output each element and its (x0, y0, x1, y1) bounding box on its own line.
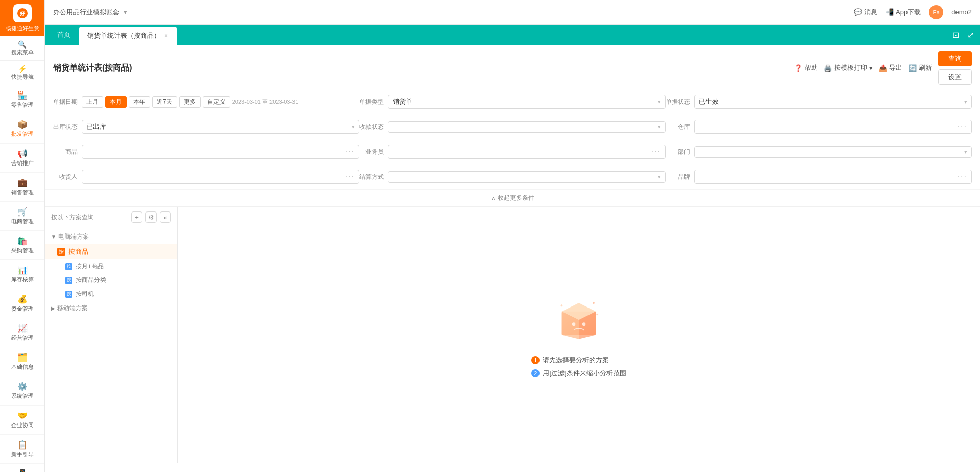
refresh-button[interactable]: 🔄 刷新 (909, 63, 932, 73)
warehouse-dots-icon: ··· (958, 122, 967, 131)
scheme-by-goods[interactable]: 按 按商品 (45, 244, 177, 259)
status-arrow-icon: ▾ (964, 99, 967, 105)
filter-area: 单据日期 上月 本月 本年 近7天 更多 自定义 2023-03-01 至 20… (45, 89, 980, 207)
payment-label: 结算方式 (359, 173, 384, 181)
sidebar-item-marketing[interactable]: 📢 营销推广 (0, 144, 44, 173)
receipt-select[interactable]: ▾ (388, 121, 666, 133)
date-btn-7days[interactable]: 近7天 (152, 96, 177, 108)
panel-header: 按以下方案查询 + ⚙ « (45, 207, 177, 227)
staff-label: 业务员 (359, 148, 384, 156)
goods-label: 商品 (53, 148, 78, 156)
filter-date-field: 单据日期 上月 本月 本年 近7天 更多 自定义 2023-03-01 至 20… (53, 96, 359, 108)
sub-icon-category: 按 (65, 277, 72, 284)
sidebar-item-appstore[interactable]: 📱 应用中心 (0, 464, 44, 472)
scheme-tree: ▼ 电脑端方案 按 按商品 按 按月+商品 按 (45, 227, 177, 318)
receiver-input[interactable]: ··· (82, 170, 359, 184)
desktop-arrow-icon: ▼ (51, 234, 56, 240)
brand-label: 品牌 (666, 173, 690, 181)
print-button[interactable]: 🖨️ 按模板打印 ▾ (824, 63, 873, 73)
empty-illustration: ✦ ✦ ✦ (553, 290, 604, 341)
mobile-group[interactable]: ▶ 移动端方案 (45, 301, 177, 316)
header: 办公用品行业模拟账套 ▾ 💬 消息 📲 App下载 Ea demo2 (45, 0, 980, 25)
date-btn-this-month[interactable]: 本月 (105, 96, 127, 108)
warehouse-input[interactable]: ··· (694, 120, 972, 134)
sidebar-logo: 好 畅捷通好生意 (0, 0, 45, 36)
staff-dots-icon: ··· (651, 147, 661, 156)
scheme-by-driver[interactable]: 按 按司机 (45, 287, 177, 301)
sidebar-item-enterprise[interactable]: 🤝 企业协同 (0, 406, 44, 435)
query-button[interactable]: 查询 (938, 51, 972, 66)
page-actions: ❓ 帮助 🖨️ 按模板打印 ▾ 📤 导出 🔄 刷新 (794, 51, 972, 85)
stockout-arrow-icon: ▾ (352, 124, 355, 130)
left-panel: 按以下方案查询 + ⚙ « ▼ 电脑端方案 (45, 207, 178, 463)
tip-num-1: 1 (531, 356, 540, 364)
payment-select[interactable]: ▾ (388, 171, 666, 183)
sidebar-item-basic[interactable]: 🗂️ 基础信息 (0, 347, 44, 376)
date-btn-custom[interactable]: 自定义 (203, 96, 230, 108)
main-area: 办公用品行业模拟账套 ▾ 💬 消息 📲 App下载 Ea demo2 首页 销货… (45, 0, 980, 472)
settings-button[interactable]: 设置 (938, 69, 972, 85)
message-button[interactable]: 💬 消息 (854, 8, 877, 17)
filter-staff-field: 业务员 ··· (359, 145, 666, 159)
collapse-filter-button[interactable]: ∧ 收起更多条件 (45, 190, 980, 207)
sidebar-item-system[interactable]: ⚙️ 系统管理 (0, 376, 44, 406)
status-select[interactable]: 已生效 ▾ (694, 95, 972, 109)
tab-home[interactable]: 首页 (49, 25, 79, 45)
tab-close-icon[interactable]: × (164, 32, 168, 39)
scheme-icon-goods: 按 (57, 248, 65, 256)
message-icon: 💬 (854, 8, 862, 16)
sidebar-item-wholesale[interactable]: 📦 批发管理 (0, 114, 44, 144)
brand-input[interactable]: ··· (694, 170, 972, 184)
type-select[interactable]: 销货单 ▾ (388, 95, 666, 109)
add-scheme-button[interactable]: + (131, 211, 142, 223)
sidebar-item-finance[interactable]: 💰 资金管理 (0, 289, 44, 318)
panel-title: 按以下方案查询 (51, 213, 94, 222)
logo-icon: 好 (13, 4, 32, 22)
sidebar-search-menu[interactable]: 🔍 搜索菜单 (0, 36, 44, 61)
date-btn-more[interactable]: 更多 (179, 96, 201, 108)
desktop-group[interactable]: ▼ 电脑端方案 (45, 229, 177, 244)
sidebar-quick-nav[interactable]: ⚡ 快捷导航 (0, 61, 44, 85)
receipt-label: 收款状态 (359, 123, 384, 131)
stockout-select[interactable]: 已出库 ▾ (82, 120, 359, 134)
help-button[interactable]: ❓ 帮助 (794, 63, 818, 73)
date-btn-last-month[interactable]: 上月 (82, 96, 103, 108)
goods-dots-icon: ··· (345, 147, 355, 156)
payment-arrow-icon: ▾ (658, 174, 661, 180)
tabbar: 首页 销货单统计表（按商品） × ⊡ ⤢ (45, 25, 980, 45)
sidebar-item-inventory[interactable]: 📊 库存核算 (0, 260, 44, 289)
username-label[interactable]: demo2 (951, 8, 972, 16)
export-button[interactable]: 📤 导出 (879, 63, 902, 73)
sidebar-item-ecommerce[interactable]: 🛒 电商管理 (0, 202, 44, 231)
print-dropdown-icon[interactable]: ▾ (869, 64, 873, 72)
tab-minimize-icon[interactable]: ⊡ (950, 28, 961, 42)
scheme-by-category[interactable]: 按 按商品分类 (45, 273, 177, 287)
date-btn-this-year[interactable]: 本年 (129, 96, 150, 108)
sidebar-item-operation[interactable]: 📈 经营管理 (0, 318, 44, 347)
sidebar-item-retail[interactable]: 🏪 零售管理 (0, 85, 44, 114)
tab-expand-icon[interactable]: ⤢ (965, 28, 976, 42)
sidebar-item-purchase[interactable]: 🛍️ 采购管理 (0, 231, 44, 260)
sidebar-item-guide[interactable]: 📋 新手引导 (0, 435, 44, 464)
header-dropdown-icon[interactable]: ▾ (124, 8, 127, 16)
dept-select[interactable]: ▾ (694, 146, 972, 158)
goods-input[interactable]: ··· (82, 145, 359, 159)
staff-input[interactable]: ··· (388, 145, 666, 159)
empty-state: ✦ ✦ ✦ 1 请先选择要分析的方案 2 (178, 249, 980, 421)
scheme-by-month-goods[interactable]: 按 按月+商品 (45, 259, 177, 273)
print-icon: 🖨️ (824, 64, 832, 72)
receiver-label: 收货人 (53, 173, 78, 181)
svg-text:✦: ✦ (592, 300, 596, 306)
tab-sales-statistics[interactable]: 销货单统计表（按商品） × (79, 27, 177, 45)
svg-text:✦: ✦ (560, 303, 564, 308)
settings-scheme-button[interactable]: ⚙ (145, 211, 157, 223)
panel-actions: + ⚙ « (131, 211, 171, 223)
collapse-panel-button[interactable]: « (160, 211, 171, 223)
page-header: 销货单统计表(按商品) ❓ 帮助 🖨️ 按模板打印 ▾ 📤 导出 (45, 45, 980, 89)
user-avatar[interactable]: Ea (929, 5, 943, 19)
svg-point-7 (582, 322, 586, 326)
filter-status-field: 单据状态 已生效 ▾ (666, 95, 972, 109)
app-download-button[interactable]: 📲 App下载 (886, 8, 921, 17)
main-result-area: ✦ ✦ ✦ 1 请先选择要分析的方案 2 (178, 207, 980, 463)
sidebar-item-sales[interactable]: 💼 销售管理 (0, 173, 44, 202)
